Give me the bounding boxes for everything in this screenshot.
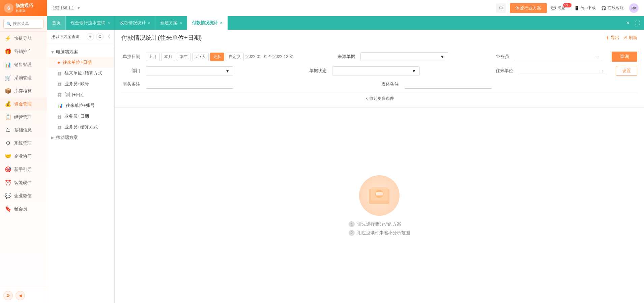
sidebar-label-purchase: 采购管理 <box>14 75 32 81</box>
page-title: 付款情况统计(往来单位+日期) <box>121 34 202 42</box>
collapse-footer-btn[interactable]: ◀ <box>16 291 25 300</box>
note-header-input[interactable] <box>146 80 233 89</box>
message-icon: 💬 <box>551 6 556 10</box>
tree-item-staff-date[interactable]: ▦ 业务员+日期 <box>47 111 114 122</box>
unit-dots[interactable]: ··· <box>599 68 603 73</box>
export-icon: ⬆ <box>606 35 609 40</box>
tab-close-all-btn[interactable]: ✕ <box>624 19 631 27</box>
trial-button[interactable]: 体验行业方案 <box>510 3 547 13</box>
tree-item-dept-date[interactable]: ▦ 部门+日期 <box>47 89 114 100</box>
note-body-input[interactable] <box>404 80 492 89</box>
tabbar-actions: ✕ ⛶ <box>622 16 644 30</box>
sidebar-item-quick-nav[interactable]: ⚡ 快捷导航 <box>0 32 47 45</box>
sidebar-item-inventory[interactable]: 📦 库存核算 <box>0 84 47 97</box>
tree-item-unit-account[interactable]: 📊 往来单位+账号 <box>47 100 114 111</box>
source-select[interactable]: ▼ <box>360 52 448 61</box>
staff-select[interactable]: ··· <box>515 52 602 61</box>
tab-home[interactable]: 首页 <box>47 16 66 30</box>
mobile-group-label: 移动端方案 <box>56 134 78 141</box>
sidebar-item-marketing[interactable]: 🎁 营销推广 <box>0 45 47 58</box>
last-7-days-btn[interactable]: 近7天 <box>192 53 209 61</box>
sidebar-item-sales[interactable]: 📊 销售管理 <box>0 58 47 71</box>
sidebar-nav: ⚡ 快捷导航 🎁 营销推广 📊 销售管理 🛒 采购管理 📦 库存核算 💰 资金管… <box>0 32 47 288</box>
topbar: 192.168.1.1 ▼ ⚙ 体验行业方案 💬 消息 99+ 📱 App下载 … <box>47 0 644 16</box>
sidebar-item-purchase[interactable]: 🛒 采购管理 <box>0 71 47 84</box>
tree-group-mobile-header[interactable]: ▶ 移动端方案 <box>47 132 114 143</box>
settings-gear-btn[interactable]: ⚙ <box>496 3 506 13</box>
purchase-icon: 🛒 <box>5 74 11 81</box>
search-menu-button[interactable]: 🔍 搜索菜单 <box>3 19 43 29</box>
tab-payment-close[interactable]: × <box>220 21 223 25</box>
export-btn[interactable]: ⬆ 导出 <box>606 35 619 41</box>
tree-item-unit-settle[interactable]: ▦ 往来单位+结算方式 <box>47 68 114 79</box>
sidebar-label-system: 系统管理 <box>14 140 32 146</box>
tree-group-mobile: ▶ 移动端方案 <box>47 132 114 143</box>
sidebar-item-enterprise[interactable]: 🤝 企业协同 <box>0 150 47 163</box>
tree-item-unit-date[interactable]: ● 往来单位+日期 <box>47 57 114 68</box>
sidebar-item-guide[interactable]: 🎯 新手引导 <box>0 163 47 176</box>
panel-add-btn[interactable]: + <box>87 33 94 40</box>
tab-receipt-close[interactable]: × <box>148 21 150 25</box>
online-service-btn[interactable]: 🎧 在线客服 <box>601 5 624 11</box>
dept-select[interactable]: ▼ <box>146 66 233 75</box>
tree-group-pc-header[interactable]: ▶ 电脑端方案 <box>47 47 114 57</box>
sidebar-label-capital: 资金管理 <box>14 101 32 107</box>
tab-bank-label: 现金银行流水查询 <box>70 20 106 26</box>
status-label: 单据状态 <box>308 68 327 74</box>
sidebar-item-member[interactable]: 🔖 畅会员 <box>0 202 47 215</box>
hardware-icon: ⏰ <box>5 179 11 186</box>
sidebar-label-sales: 销售管理 <box>14 62 32 68</box>
topbar-address-area: 192.168.1.1 ▼ <box>53 6 492 10</box>
tab-new-plan[interactable]: 新建方案 × <box>155 16 187 30</box>
status-dropdown-icon: ▼ <box>412 68 416 73</box>
panel-settings-btn[interactable]: ⚙ <box>96 33 104 40</box>
staff-settle-icon: ▦ <box>57 124 62 130</box>
messages-btn[interactable]: 💬 消息 99+ <box>551 5 569 11</box>
tree-item-staff-settle[interactable]: ▦ 业务员+结算方式 <box>47 122 114 132</box>
collapse-filter-btn[interactable]: ∧ 收起更多条件 <box>121 93 637 104</box>
refresh-label: 刷新 <box>628 35 637 41</box>
query-btn[interactable]: 查询 <box>612 52 637 62</box>
tree-item-unit-account-label: 往来单位+账号 <box>66 102 95 109</box>
refresh-btn[interactable]: ↺ 刷新 <box>623 35 637 41</box>
more-dates-btn[interactable]: 更多 <box>210 53 224 61</box>
tab-bank[interactable]: 现金银行流水查询 × <box>66 16 115 30</box>
unit-select[interactable]: ··· <box>519 66 606 75</box>
this-month-btn[interactable]: 本月 <box>161 53 175 61</box>
sidebar-item-basic[interactable]: 🗂 基础信息 <box>0 124 47 137</box>
this-year-btn[interactable]: 本年 <box>177 53 191 61</box>
status-select[interactable]: ▼ <box>332 66 420 75</box>
user-avatar[interactable]: Rit <box>629 3 639 13</box>
sidebar-item-wechat[interactable]: 💬 企业微信 <box>0 189 47 202</box>
sidebar-item-system[interactable]: ⚙ 系统管理 <box>0 137 47 150</box>
content-area: 按以下方案查询 + ⚙ 《 ▶ 电脑端方案 ● 往来单位+日期 ▦ <box>47 30 644 303</box>
last-month-btn[interactable]: 上月 <box>146 53 160 61</box>
app-download-btn[interactable]: 📱 App下载 <box>574 5 596 11</box>
filter-row-2: 部门 ▼ 单据状态 ▼ 往来单位 ··· <box>121 66 637 76</box>
settings-footer-btn[interactable]: ⚙ <box>3 291 13 300</box>
tab-receipt[interactable]: 收款情况统计 × <box>115 16 155 30</box>
sidebar-item-capital[interactable]: 💰 资金管理 <box>0 97 47 111</box>
filter-area: 单据日期 上月 本月 本年 近7天 更多 自定义 2022-01-01 至 20… <box>115 46 644 108</box>
staff-dots[interactable]: ··· <box>595 54 599 59</box>
tab-new-plan-close[interactable]: × <box>180 21 182 25</box>
address-text: 192.168.1.1 <box>53 6 74 10</box>
panel-collapse-btn[interactable]: 《 <box>106 34 110 40</box>
tab-expand-btn[interactable]: ⛶ <box>634 19 641 27</box>
capital-icon: 💰 <box>5 101 11 107</box>
tab-bank-close[interactable]: × <box>108 21 110 25</box>
custom-date-btn[interactable]: 自定义 <box>226 53 244 61</box>
sidebar-label-inventory: 库存核算 <box>14 88 32 94</box>
sidebar-item-hardware[interactable]: ⏰ 智能硬件 <box>0 176 47 189</box>
member-icon: 🔖 <box>5 206 11 212</box>
mobile-group-arrow: ▶ <box>51 135 54 140</box>
tab-payment[interactable]: 付款情况统计 × <box>187 16 228 30</box>
tree-item-unit-date-label: 往来单位+日期 <box>63 59 92 65</box>
sidebar-item-operation[interactable]: 📋 经营管理 <box>0 111 47 124</box>
set-btn[interactable]: 设置 <box>616 66 637 76</box>
quick-nav-icon: ⚡ <box>5 35 11 41</box>
tree-item-staff-account[interactable]: ▦ 业务员+账号 <box>47 79 114 89</box>
address-dropdown-icon[interactable]: ▼ <box>77 6 81 10</box>
page-header: 付款情况统计(往来单位+日期) ⬆ 导出 ↺ 刷新 <box>115 30 644 46</box>
empty-tip-2: 2 用过滤条件来缩小分析范围 <box>349 230 410 236</box>
